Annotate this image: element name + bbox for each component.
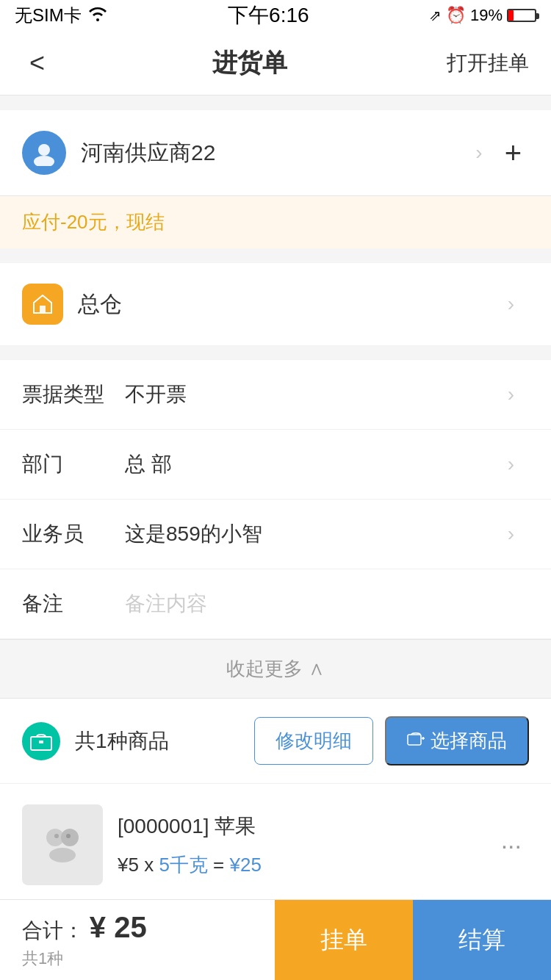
- section-gap-3: [0, 345, 551, 360]
- svg-point-0: [38, 144, 50, 156]
- nav-bar: < 进货单 打开挂单: [0, 31, 551, 96]
- staff-value: 这是859的小智: [125, 520, 508, 548]
- total-row: 合计： ¥ 25: [22, 911, 253, 945]
- department-row[interactable]: 部门 总 部 ›: [0, 430, 551, 500]
- product-info: [0000001] 苹果 ¥5 x 5千克 = ¥25: [118, 813, 479, 878]
- page-title: 进货单: [212, 46, 287, 80]
- total-count: 共1种: [22, 948, 253, 970]
- svg-point-10: [49, 848, 76, 862]
- product-price: ¥5 x 5千克 = ¥25: [118, 852, 479, 878]
- svg-point-12: [66, 834, 71, 838]
- battery-icon: [507, 9, 536, 22]
- select-products-button[interactable]: 选择商品: [385, 716, 529, 765]
- products-icon: [22, 722, 60, 760]
- product-more-button[interactable]: ···: [494, 824, 529, 867]
- status-left: 无SIM卡: [15, 4, 108, 27]
- invoice-type-value: 不开票: [125, 381, 508, 408]
- status-bar: 无SIM卡 下午6:16 ⇗ ⏰ 19%: [0, 0, 551, 31]
- department-label: 部门: [22, 450, 125, 478]
- staff-row[interactable]: 业务员 这是859的小智 ›: [0, 500, 551, 569]
- product-item: [0000001] 苹果 ¥5 x 5千克 = ¥25 ···: [0, 783, 551, 906]
- alert-row: 应付-20元，现结: [0, 196, 551, 248]
- edit-detail-button[interactable]: 修改明细: [254, 717, 373, 765]
- add-supplier-button[interactable]: +: [497, 137, 529, 170]
- warehouse-icon: [22, 284, 63, 325]
- svg-rect-4: [39, 741, 43, 743]
- svg-point-11: [54, 834, 59, 838]
- invoice-type-row[interactable]: 票据类型 不开票 ›: [0, 360, 551, 430]
- product-name: [0000001] 苹果: [118, 813, 479, 840]
- checkout-button[interactable]: 结算: [413, 900, 551, 981]
- alarm-icon: ⏰: [446, 6, 466, 25]
- section-gap-2: [0, 248, 551, 263]
- wifi-icon: [87, 5, 108, 26]
- supplier-avatar: [22, 131, 66, 175]
- chevron-right-icon: ›: [508, 292, 514, 316]
- svg-point-1: [34, 156, 54, 166]
- chevron-right-icon: ›: [508, 522, 514, 546]
- total-amount: ¥ 25: [90, 911, 147, 943]
- product-thumbnail: [22, 804, 103, 885]
- remark-row[interactable]: 备注 备注内容: [0, 569, 551, 639]
- invoice-type-label: 票据类型: [22, 381, 125, 408]
- products-count: 共1种商品: [75, 727, 254, 755]
- total-label: 合计：: [22, 919, 84, 942]
- department-value: 总 部: [125, 450, 508, 478]
- chevron-right-icon: ›: [508, 383, 514, 406]
- collapse-text: 收起更多 ∧: [226, 656, 324, 682]
- section-gap-1: [0, 96, 551, 110]
- collapse-row[interactable]: 收起更多 ∧: [0, 639, 551, 698]
- products-header: 共1种商品 修改明细 选择商品: [0, 698, 551, 783]
- carrier-text: 无SIM卡: [15, 4, 82, 27]
- staff-label: 业务员: [22, 520, 125, 548]
- warehouse-name: 总仓: [78, 289, 508, 320]
- location-icon: ⇗: [429, 7, 442, 24]
- remark-label: 备注: [22, 590, 125, 618]
- status-time: 下午6:16: [228, 1, 309, 29]
- supplier-row[interactable]: 河南供应商22 › +: [0, 110, 551, 196]
- chevron-right-icon: ›: [475, 141, 482, 165]
- total-section: 合计： ¥ 25 共1种: [0, 911, 275, 970]
- bottom-bar: 合计： ¥ 25 共1种 挂单 结算: [0, 899, 551, 980]
- form-section: 票据类型 不开票 › 部门 总 部 › 业务员 这是859的小智 › 备注 备注…: [0, 360, 551, 639]
- open-hang-button[interactable]: 打开挂单: [447, 49, 529, 77]
- back-button[interactable]: <: [22, 40, 52, 86]
- battery-text: 19%: [470, 6, 503, 25]
- alert-text: 应付-20元，现结: [22, 211, 165, 233]
- cart-icon: [407, 729, 425, 752]
- status-right: ⇗ ⏰ 19%: [429, 6, 536, 25]
- hang-button[interactable]: 挂单: [275, 900, 413, 981]
- supplier-name: 河南供应商22: [81, 138, 475, 168]
- svg-rect-5: [408, 735, 421, 745]
- svg-rect-2: [40, 306, 46, 313]
- chevron-right-icon: ›: [508, 453, 514, 476]
- select-products-label: 选择商品: [431, 728, 507, 754]
- remark-value: 备注内容: [125, 590, 529, 618]
- warehouse-row[interactable]: 总仓 ›: [0, 263, 551, 345]
